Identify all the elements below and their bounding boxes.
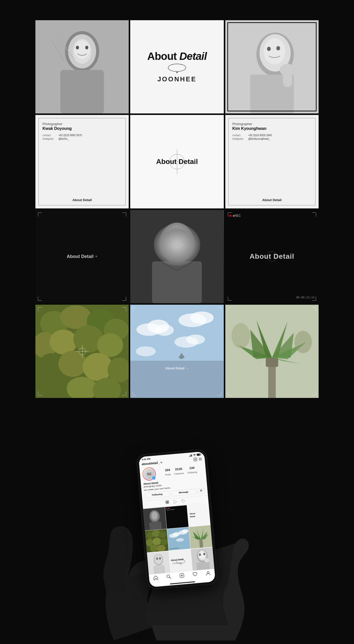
grid-cell-card-left: Photographer Kwak Doyoung contact +82 (0… [35,115,129,208]
portrait-2-border [227,22,317,111]
ig-followers-count: 211K [174,467,184,471]
card-contact-right: contact +82 (0)10 9026 2840 [232,134,312,137]
ig-followers-label: Followers [174,472,184,475]
search-icon [166,574,171,579]
instagram-label-right: instagram [232,137,246,140]
ig-nav-home[interactable] [153,575,158,581]
ig-grid-cell-6 [189,525,212,549]
ig-grid-cell-3: About Detail [187,503,211,527]
phone-section: 9:41 PM [0,413,354,640]
svg-line-73 [199,458,202,458]
rec-dot [229,215,231,217]
svg-rect-65 [191,455,191,456]
svg-line-129 [169,577,171,579]
grid-cell-dark-1: About Detail + [35,210,129,303]
ig-btn-contact[interactable] [197,488,205,494]
ig-username-row: aboutdetail_ [142,461,163,466]
grid-cell-nature-forest [35,305,129,398]
grid-cell-nature-sky: About Detail → [130,305,224,398]
svg-rect-79 [166,502,167,504]
profile-icon [206,571,211,576]
svg-rect-69 [201,454,201,455]
ig-grid-svg-5 [167,527,190,551]
nature-crosshair-forest [79,348,86,355]
card-role-right: Photographer [232,122,312,126]
ig-grid-cell-7 [147,551,170,575]
person-icon [200,489,203,492]
svg-point-11 [168,64,186,71]
card-instagram-right: instagram @kimkyounghwan_ [232,137,312,140]
ig-plus-btn[interactable]: + [152,475,156,480]
corner-br-plant [312,391,316,395]
grid-cell-rec: ●REC About Detail 00:08:23:14 [225,210,319,303]
heart-icon [193,572,198,577]
ig-nav-add[interactable] [180,573,185,579]
nature-sky-svg [130,305,224,398]
rec-time: 00:08:23:14 [296,296,315,299]
svg-rect-63 [189,456,190,457]
ig-grid-cell-9 [191,547,214,571]
corner-bl-sky [133,391,137,395]
rec-indicator: ●REC [229,214,241,218]
svg-rect-114 [153,565,165,574]
svg-point-37 [50,330,77,354]
svg-rect-86 [149,521,162,530]
svg-point-26 [165,225,189,255]
nature-label-sky: About Detail → [165,366,189,370]
grid-section: About Detail JOONHEE [0,0,354,413]
tagged-icon[interactable] [181,499,185,503]
corner-tl-plant [228,307,232,311]
svg-point-5 [74,40,90,59]
portrait-man-bg [130,210,224,303]
contact-value-right: +82 (0)10 9026 2840 [248,134,272,137]
svg-rect-68 [197,454,200,456]
ig-grid-svg-6 [189,525,212,549]
nature-plant-svg [225,305,319,398]
phone-frame: 9:41 PM [136,449,218,590]
rec-text: ●REC [233,214,241,218]
contact-label-left: contact [42,134,56,137]
ig-username: aboutdetail_ [142,461,160,466]
ig-rec-dot-small [166,508,167,509]
ig-stat-posts: 334 Posts [165,468,171,476]
dark-label-wrapper: About Detail + [67,254,97,259]
nature-sky-bg [130,305,224,398]
ig-grid-svg-8: About Detail JOONHEE [169,549,192,573]
svg-rect-126 [196,561,210,570]
card-role-left: Photographer [42,122,122,126]
corner-tr-rec [312,212,316,217]
hamburger-icon [198,457,202,461]
corner-bl-forest [38,391,42,395]
nature-plant-bg [225,305,319,398]
grid-cell-about-center: About Detail [130,115,224,208]
svg-rect-64 [190,455,190,457]
svg-point-54 [190,312,214,324]
home-indicator [170,581,195,585]
ig-following-label: Following [187,471,197,474]
ig-stats: 334 Posts 211K Followers 134 Following [158,465,203,477]
contact-value-left: +82 (0)10 9082 5575 [58,134,82,137]
ig-nav-profile[interactable] [206,571,211,577]
chevron-down-icon [160,461,163,464]
svg-point-56 [186,335,205,344]
svg-point-133 [207,571,209,574]
ig-grid-cell-8: About Detail JOONHEE [169,549,192,573]
ig-nav-heart[interactable] [193,572,198,578]
svg-point-24 [160,222,194,263]
corner-tr-forest [122,307,126,311]
grid-cell-card-right: Photographer Kim Kyounghwan contact +82 … [225,115,319,208]
grid-cell-portrait-man [130,210,224,303]
grid-icon[interactable] [165,500,170,505]
svg-line-132 [181,576,183,576]
card-name-left: Kwak Doyoung [42,126,122,131]
svg-point-52 [155,325,174,336]
card-info-right: Photographer Kim Kyounghwan contact +82 … [230,120,314,144]
joonhee-text: JOONHEE [147,75,207,83]
card-instagram-left: instagram @ke2ro_ [42,137,122,140]
ig-nav-search[interactable] [166,574,171,580]
about-center-text: About Detail [156,158,198,166]
ig-grid-cell-5: About Detail [167,527,190,551]
ig-tab-list [164,499,187,505]
reels-icon[interactable] [173,500,178,504]
svg-rect-80 [167,502,169,504]
